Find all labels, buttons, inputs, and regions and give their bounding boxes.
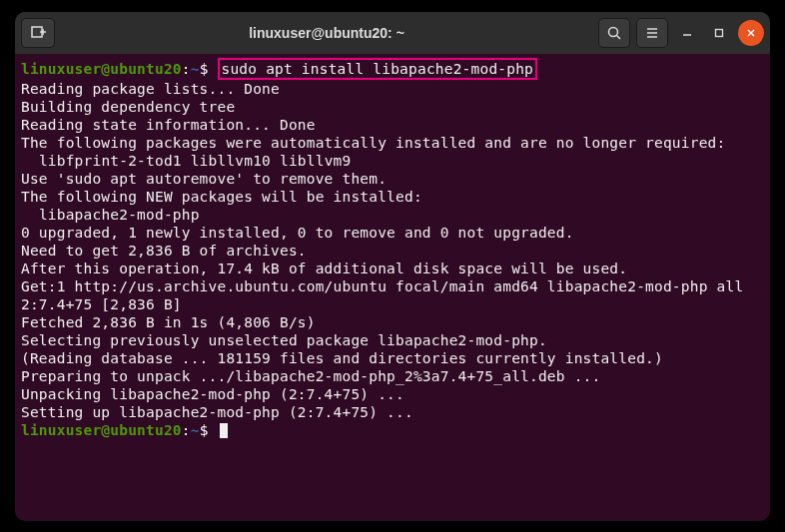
maximize-button[interactable] xyxy=(706,20,732,46)
search-button[interactable] xyxy=(598,18,630,48)
minimize-button[interactable] xyxy=(674,20,700,46)
titlebar: linuxuser@ubuntu20: ~ xyxy=(15,12,770,54)
output-line: Need to get 2,836 B of archives. xyxy=(21,243,307,259)
output-line: libfprint-2-tod1 libllvm10 libllvm9 xyxy=(21,153,351,169)
new-tab-icon xyxy=(30,25,46,41)
prompt-separator: : xyxy=(182,422,191,438)
menu-button[interactable] xyxy=(636,18,668,48)
prompt-path: ~ xyxy=(191,422,200,438)
output-line: After this operation, 17.4 kB of additio… xyxy=(21,261,627,276)
minimize-icon xyxy=(682,28,692,38)
prompt-separator: : xyxy=(182,61,191,77)
svg-point-3 xyxy=(609,27,618,36)
output-line: Reading package lists... Done xyxy=(21,81,280,97)
output-line: Selecting previously unselected package … xyxy=(21,332,547,348)
output-line: Building dependency tree xyxy=(21,99,235,115)
window-title: linuxuser@ubuntu20: ~ xyxy=(59,25,594,41)
cursor xyxy=(220,423,228,438)
terminal-body[interactable]: linuxuser@ubuntu20:~$ sudo apt install l… xyxy=(15,54,770,443)
output-line: 0 upgraded, 1 newly installed, 0 to remo… xyxy=(21,225,574,241)
output-line: Preparing to unpack .../libapache2-mod-p… xyxy=(21,368,600,384)
output-line: Unpacking libapache2-mod-php (2:7.4+75) … xyxy=(21,386,404,402)
prompt-path: ~ xyxy=(191,61,200,77)
hamburger-icon xyxy=(645,26,659,40)
output-line: (Reading database ... 181159 files and d… xyxy=(21,350,663,366)
search-icon xyxy=(607,26,621,40)
highlighted-command: sudo apt install libapache2-mod-php xyxy=(218,58,538,80)
output-line: Fetched 2,836 B in 1s (4,806 B/s) xyxy=(21,314,316,330)
output-line: The following NEW packages will be insta… xyxy=(21,189,422,205)
svg-rect-9 xyxy=(716,29,723,36)
new-tab-button[interactable] xyxy=(21,18,55,48)
command-text: sudo apt install libapache2-mod-php xyxy=(222,61,534,77)
output-line: The following packages were automaticall… xyxy=(21,135,725,151)
output-line: Get:1 http://us.archive.ubuntu.com/ubunt… xyxy=(21,278,752,312)
titlebar-left xyxy=(21,18,55,48)
output-line: libapache2-mod-php xyxy=(21,207,200,223)
titlebar-right xyxy=(598,18,764,48)
prompt-user-host: linuxuser@ubuntu20 xyxy=(21,61,182,77)
terminal-window: linuxuser@ubuntu20: ~ xyxy=(15,12,770,521)
maximize-icon xyxy=(714,28,724,38)
svg-line-4 xyxy=(617,35,621,39)
prompt-symbol: $ xyxy=(200,422,209,438)
output-line: Setting up libapache2-mod-php (2:7.4+75)… xyxy=(21,404,413,420)
close-button[interactable] xyxy=(738,20,764,46)
output-line: Reading state information... Done xyxy=(21,117,316,133)
prompt-user-host: linuxuser@ubuntu20 xyxy=(21,422,182,438)
output-line: Use 'sudo apt autoremove' to remove them… xyxy=(21,171,387,187)
prompt-symbol: $ xyxy=(200,61,209,77)
close-icon xyxy=(746,28,756,38)
